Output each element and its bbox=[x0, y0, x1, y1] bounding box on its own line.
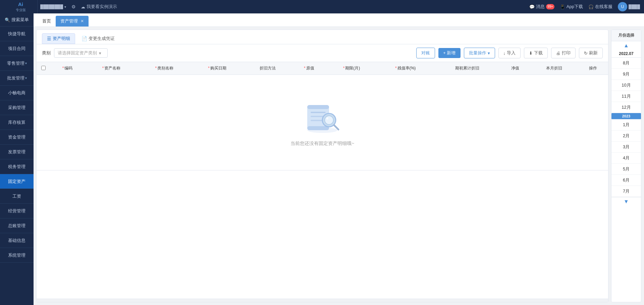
demo-button[interactable]: ☁ 我要看实例演示 bbox=[81, 4, 117, 10]
content-area: 首页 资产管理 ✕ ☰ 资产明细 📄 变更生成凭证 bbox=[34, 13, 644, 305]
month-item-12[interactable]: 12月 bbox=[611, 102, 641, 113]
online-service-label: 在线客服 bbox=[595, 4, 612, 10]
sidebar-item-retail[interactable]: 零售管理 ▾ bbox=[0, 56, 34, 71]
month-item-4[interactable]: 4月 bbox=[611, 153, 641, 164]
sidebar-item-project[interactable]: 项目合同 bbox=[0, 41, 34, 56]
col-original-value: *原值 bbox=[291, 62, 326, 75]
month-item-6[interactable]: 6月 bbox=[611, 175, 641, 186]
sub-tab-change-voucher[interactable]: 📄 变更生成凭证 bbox=[76, 33, 120, 44]
home-tab-label: 首页 bbox=[42, 18, 51, 24]
month-item-5[interactable]: 5月 bbox=[611, 164, 641, 175]
message-label: 消息 bbox=[536, 4, 545, 10]
tab-bar: 首页 资产管理 ✕ bbox=[34, 13, 644, 27]
col-category: *类别名称 bbox=[138, 62, 191, 75]
demo-text: 我要看实例演示 bbox=[87, 4, 117, 10]
month-item-10[interactable]: 10月 bbox=[611, 80, 641, 91]
col-purchase-date: *购买日期 bbox=[191, 62, 244, 75]
dropdown-icon: ▾ bbox=[64, 5, 66, 9]
sidebar-item-invoice[interactable]: 发票管理 bbox=[0, 145, 34, 159]
refresh-button[interactable]: ↻ 刷新 bbox=[579, 48, 603, 58]
month-item-1[interactable]: 1月 bbox=[611, 119, 641, 131]
download-icon: 📱 bbox=[560, 4, 565, 9]
salary-label: 工资 bbox=[12, 193, 21, 199]
month-item-7[interactable]: 7月 bbox=[611, 186, 641, 197]
cloud-icon: ☁ bbox=[81, 4, 85, 9]
sidebar-item-inventory[interactable]: 库存核算 bbox=[0, 115, 34, 130]
message-button[interactable]: 💬 消息 99+ bbox=[529, 4, 554, 10]
sidebar-item-wholesale[interactable]: 批发管理 ▾ bbox=[0, 71, 34, 86]
tab-home[interactable]: 首页 bbox=[38, 16, 56, 27]
sub-tab-asset-detail[interactable]: ☰ 资产明细 bbox=[42, 33, 75, 44]
ecommerce-label: 小畅电商 bbox=[8, 90, 25, 96]
month-item-3[interactable]: 3月 bbox=[611, 142, 641, 153]
month-item-9[interactable]: 9月 bbox=[611, 69, 641, 80]
batch-label: 批量操作 bbox=[469, 50, 486, 56]
sidebar-item-tax[interactable]: 税务管理 bbox=[0, 159, 34, 174]
month-item-11[interactable]: 11月 bbox=[611, 91, 641, 102]
avatar: U bbox=[618, 2, 627, 11]
search-icon: 🔍 bbox=[5, 17, 10, 22]
month-item-8[interactable]: 8月 bbox=[611, 58, 641, 69]
system-label: 系统管理 bbox=[8, 252, 25, 258]
company-selector[interactable]: ████████ ▾ bbox=[40, 4, 66, 9]
empty-illustration bbox=[299, 98, 346, 135]
month-up-nav[interactable]: ▲ bbox=[611, 41, 641, 50]
print-button[interactable]: 🖨 打印 bbox=[551, 48, 576, 58]
list-icon: ☰ bbox=[47, 36, 51, 41]
import-button[interactable]: ↓ 导入 bbox=[498, 48, 521, 58]
sidebar-item-purchase[interactable]: 采购管理 bbox=[0, 100, 34, 115]
message-badge: 99+ bbox=[546, 4, 554, 9]
sidebar-item-basic[interactable]: 基础信息 bbox=[0, 233, 34, 248]
month-down-nav[interactable]: ▼ bbox=[611, 197, 641, 206]
sidebar: 🔍 搜索菜单 快捷导航 项目合同 零售管理 ▾ 批发管理 ▾ 小畅电商 采购管理 bbox=[0, 13, 34, 305]
sidebar-item-ledger[interactable]: 总账管理 bbox=[0, 218, 34, 233]
import-label: 导入 bbox=[507, 50, 516, 56]
purchase-label: 采购管理 bbox=[8, 105, 25, 111]
sidebar-item-system[interactable]: 系统管理 bbox=[0, 248, 34, 263]
category-label: 类别 bbox=[42, 50, 51, 56]
sidebar-item-quick-nav[interactable]: 快捷导航 bbox=[0, 27, 34, 41]
user-info[interactable]: U ████ bbox=[618, 2, 640, 11]
sidebar-item-ecommerce[interactable]: 小畅电商 bbox=[0, 86, 34, 100]
main-panel: ☰ 资产明细 📄 变更生成凭证 类别 请选择固定资产类别 ▾ bbox=[36, 30, 608, 302]
sidebar-item-operations[interactable]: 经营管理 bbox=[0, 204, 34, 218]
inventory-label: 库存核算 bbox=[8, 119, 25, 125]
bottom-scrollbar[interactable] bbox=[37, 299, 608, 302]
chevron-down-icon-2: ▾ bbox=[25, 76, 27, 80]
download-button[interactable]: ⬇ 下载 bbox=[524, 48, 548, 58]
tab-asset-management[interactable]: 资产管理 ✕ bbox=[56, 16, 89, 27]
table-container: *编码 *资产名称 *类别名称 *购买日期 折旧方法 *原值 *期限(月) *残… bbox=[37, 62, 608, 299]
col-net-value: 净值 bbox=[500, 62, 530, 75]
app-edition: 专业版 bbox=[16, 8, 26, 12]
reconcile-button[interactable]: 对账 bbox=[416, 48, 435, 58]
message-icon: 💬 bbox=[529, 4, 535, 9]
sidebar-item-finance[interactable]: 资金管理 bbox=[0, 130, 34, 145]
app-logo: Ai bbox=[18, 1, 23, 8]
import-icon: ↓ bbox=[503, 51, 506, 56]
batch-button[interactable]: 批量操作 ▾ bbox=[464, 48, 495, 58]
project-label: 项目合同 bbox=[8, 46, 25, 52]
category-select[interactable]: 请选择固定资产类别 ▾ bbox=[54, 48, 108, 58]
sidebar-item-salary[interactable]: 工资 bbox=[0, 189, 34, 204]
add-label: + 新增 bbox=[443, 50, 455, 56]
month-panel: 月份选择 ▲ 2022.07 8月 9月 10月 11月 12月 2023 1月… bbox=[611, 30, 641, 302]
company-name: ████████ bbox=[40, 4, 63, 9]
close-icon[interactable]: ✕ bbox=[80, 19, 84, 23]
search-menu-button[interactable]: 🔍 搜索菜单 bbox=[0, 13, 34, 27]
col-operation: 操作 bbox=[578, 62, 608, 75]
month-item-2[interactable]: 2月 bbox=[611, 131, 641, 142]
select-all-checkbox[interactable] bbox=[41, 66, 46, 70]
basic-label: 基础信息 bbox=[8, 238, 25, 244]
add-button[interactable]: + 新增 bbox=[438, 48, 460, 58]
ledger-label: 总账管理 bbox=[8, 223, 25, 229]
wholesale-label: 批发管理 bbox=[7, 75, 24, 81]
online-service-button[interactable]: 🎧 在线客服 bbox=[588, 4, 612, 10]
settings-button[interactable]: ⚙ bbox=[69, 2, 78, 11]
sidebar-item-fixed-assets[interactable]: 固定资产 bbox=[0, 174, 34, 189]
change-voucher-tab-label: 变更生成凭证 bbox=[89, 36, 115, 42]
print-icon: 🖨 bbox=[556, 51, 560, 56]
col-period: *期限(月) bbox=[327, 62, 377, 75]
svg-rect-3 bbox=[307, 126, 329, 130]
search-menu-label: 搜索菜单 bbox=[11, 17, 29, 23]
app-download-button[interactable]: 📱 App下载 bbox=[560, 4, 583, 10]
